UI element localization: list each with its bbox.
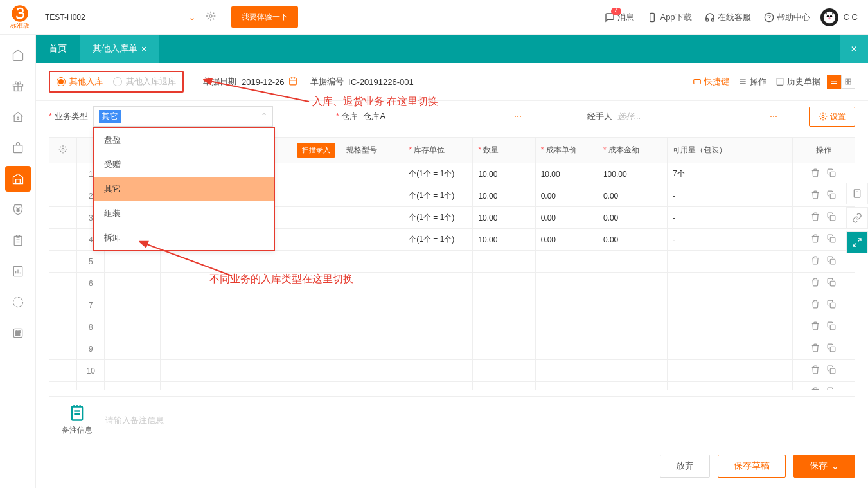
dropdown-item[interactable]: 其它 xyxy=(94,177,274,201)
float-note-icon[interactable] xyxy=(846,183,868,204)
warehouse-value[interactable]: 仓库A xyxy=(363,111,385,122)
copy-icon[interactable] xyxy=(827,321,836,330)
delete-icon[interactable] xyxy=(811,343,820,352)
table-row[interactable]: 10 xyxy=(49,360,855,382)
help-center-button[interactable]: 帮助中心 xyxy=(764,12,810,23)
org-selector[interactable]: TEST-H002 ⌄ xyxy=(40,7,200,28)
copy-icon[interactable] xyxy=(827,343,836,352)
svg-text:新: 新 xyxy=(15,330,21,336)
nav-money[interactable]: ¥ xyxy=(5,197,31,222)
nav-bag[interactable] xyxy=(5,135,31,161)
delete-icon[interactable] xyxy=(811,321,820,330)
nav-home[interactable] xyxy=(5,42,31,68)
avatar[interactable] xyxy=(820,8,838,26)
gear-icon[interactable] xyxy=(206,11,216,23)
trial-button[interactable]: 我要体验一下 xyxy=(231,6,298,28)
svg-rect-15 xyxy=(15,179,20,184)
svg-rect-14 xyxy=(13,145,22,153)
form-row: 业务类型 其它 ⌃ 盘盈 受赠 其它 组装 拆卸 仓库 仓库A ⋯ xyxy=(36,101,868,137)
history-link[interactable]: 历史单据 xyxy=(775,76,820,87)
calendar-icon[interactable] xyxy=(288,77,297,87)
copy-icon[interactable] xyxy=(827,365,836,374)
table-row[interactable]: 11 xyxy=(49,382,855,390)
copy-icon[interactable] xyxy=(827,190,836,199)
cancel-button[interactable]: 放弃 xyxy=(660,455,710,478)
radio-return[interactable]: 其他入库退库 xyxy=(113,76,176,87)
copy-icon[interactable] xyxy=(827,387,836,390)
more-icon[interactable]: ⋯ xyxy=(514,112,522,121)
svg-point-1 xyxy=(209,15,212,17)
side-nav: ¥ 新 xyxy=(0,35,36,488)
col-settings[interactable] xyxy=(49,138,77,163)
settings-button[interactable]: 设置 xyxy=(809,107,855,127)
operate-link[interactable]: 操作 xyxy=(738,76,766,87)
nav-loading[interactable] xyxy=(5,289,31,315)
radio-icon xyxy=(57,77,66,86)
doc-number-field: 单据编号 IC-20191226-001 xyxy=(310,76,414,87)
table-row[interactable]: 7 xyxy=(49,294,855,316)
tab-bar: 首页 其他入库单 × ✕ xyxy=(36,35,868,63)
remarks-section: 备注信息 xyxy=(49,396,855,444)
float-link-icon[interactable] xyxy=(846,207,868,229)
table-row[interactable]: 6 xyxy=(49,273,855,294)
nav-warehouse[interactable] xyxy=(5,166,31,192)
table-row[interactable]: 5 xyxy=(49,251,855,273)
copy-icon[interactable] xyxy=(827,300,836,309)
table-row[interactable]: 8 xyxy=(49,316,855,338)
delete-icon[interactable] xyxy=(811,300,820,309)
radio-inbound[interactable]: 其他入库 xyxy=(57,76,103,87)
col-spec: 规格型号 xyxy=(341,138,403,163)
more-icon[interactable]: ⋯ xyxy=(770,112,777,121)
col-unit: 库存单位 xyxy=(403,138,473,163)
save-draft-button[interactable]: 保存草稿 xyxy=(718,455,786,478)
float-expand-icon[interactable] xyxy=(846,231,868,253)
remarks-input[interactable] xyxy=(105,415,842,425)
tab-current[interactable]: 其他入库单 × xyxy=(80,35,159,63)
col-operations: 操作 xyxy=(792,138,855,163)
delete-icon[interactable] xyxy=(811,212,820,221)
org-name: TEST-H002 xyxy=(45,13,85,22)
copy-icon[interactable] xyxy=(827,234,836,243)
handler-label: 经手人 xyxy=(587,111,612,122)
biztype-label: 业务类型 xyxy=(49,111,88,122)
view-list-button[interactable] xyxy=(827,75,841,89)
delete-icon[interactable] xyxy=(811,256,820,265)
copy-icon[interactable] xyxy=(827,278,836,287)
tab-home[interactable]: 首页 xyxy=(36,35,80,63)
svg-text:¥: ¥ xyxy=(15,206,19,213)
delete-icon[interactable] xyxy=(811,190,820,199)
table-row[interactable]: 9 xyxy=(49,338,855,360)
delete-icon[interactable] xyxy=(811,168,820,177)
copy-icon[interactable] xyxy=(827,256,836,265)
dropdown-item[interactable]: 组装 xyxy=(94,201,274,226)
save-button[interactable]: 保存 ⌄ xyxy=(793,455,855,478)
nav-clipboard[interactable] xyxy=(5,228,31,253)
dropdown-item[interactable]: 受赠 xyxy=(94,152,274,177)
copy-icon[interactable] xyxy=(827,168,836,177)
dropdown-item[interactable]: 盘盈 xyxy=(94,128,274,152)
scan-import-button[interactable]: 扫描录入 xyxy=(297,143,335,158)
view-grid-button[interactable] xyxy=(841,75,855,89)
close-all-button[interactable]: ✕ xyxy=(840,35,868,63)
delete-icon[interactable] xyxy=(811,278,820,287)
delete-icon[interactable] xyxy=(811,387,820,390)
handler-select[interactable]: 选择... xyxy=(617,111,641,122)
chevron-down-icon: ⌄ xyxy=(189,13,195,22)
svg-rect-36 xyxy=(777,78,783,86)
close-icon[interactable]: × xyxy=(141,44,146,54)
radio-icon xyxy=(113,77,122,86)
user-name: C C xyxy=(844,12,858,22)
copy-icon[interactable] xyxy=(827,212,836,221)
dropdown-item[interactable]: 拆卸 xyxy=(94,226,274,250)
biztype-select[interactable]: 其它 ⌃ 盘盈 受赠 其它 组装 拆卸 xyxy=(93,106,273,127)
app-download-button[interactable]: App下载 xyxy=(647,12,691,23)
delete-icon[interactable] xyxy=(811,365,820,374)
nav-report[interactable] xyxy=(5,258,31,284)
nav-gift[interactable] xyxy=(5,73,31,99)
nav-new[interactable]: 新 xyxy=(5,320,31,346)
delete-icon[interactable] xyxy=(811,234,820,243)
shortcut-key-link[interactable]: 快捷键 xyxy=(693,76,729,87)
messages-button[interactable]: 4 消息 xyxy=(605,12,634,23)
nav-house[interactable] xyxy=(5,104,31,130)
customer-service-button[interactable]: 在线客服 xyxy=(705,12,751,23)
